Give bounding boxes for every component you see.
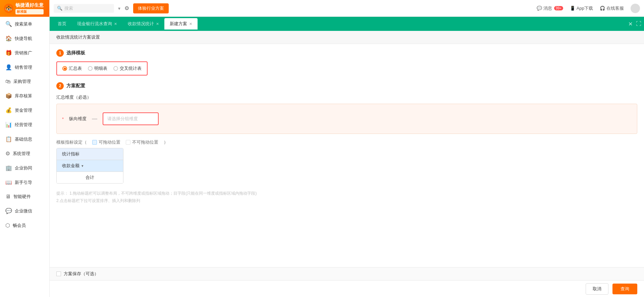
radio-summary-label: 汇总表 [69, 65, 82, 71]
metrics-label-close: ） [164, 139, 168, 145]
content-area: 收款情况统计方案设置 1 选择模板 汇总表 [50, 31, 644, 280]
arrow-icon: — [92, 116, 97, 122]
metrics-label: 模板指标设定（ [56, 139, 87, 145]
tab-close-icon[interactable]: ✕ [189, 22, 192, 26]
topbar-right: 💬 消息 99+ 📱 App下载 🎧 在线客服 [537, 4, 640, 13]
avatar[interactable] [631, 4, 640, 13]
sidebar-item-newbie[interactable]: 📖 新手引导 [0, 175, 49, 190]
tab-label: 首页 [58, 21, 66, 27]
sidebar-item-wechat[interactable]: 💬 企业微信 [0, 204, 49, 218]
sidebar-item-basics[interactable]: 📋 基础信息 [0, 132, 49, 146]
sidebar-item-marketing[interactable]: 🎁 营销推广 [0, 46, 49, 60]
radio-dot-detail [88, 66, 93, 71]
sidebar-item-hardware[interactable]: 🖥 智能硬件 [0, 190, 49, 204]
immovable-indicator [126, 140, 130, 145]
online-service-btn[interactable]: 🎧 在线客服 [600, 5, 624, 11]
notifications-badge: 99+ [554, 6, 563, 10]
immovable-label: 不可拖动位置 [132, 139, 158, 145]
section1-num: 1 [56, 49, 64, 57]
clipboard-icon: 📋 [5, 136, 12, 142]
sidebar-logo: 🐯 畅捷通好生意 标准版 [0, 0, 49, 17]
sidebar-item-inventory[interactable]: 📦 库存核算 [0, 89, 49, 103]
tab-receipt-stat[interactable]: 收款情况统计 ✕ [122, 18, 164, 30]
form-body: 1 选择模板 汇总表 明细表 [50, 44, 644, 267]
query-button[interactable]: 查询 [612, 284, 637, 294]
sidebar-item-quick-nav[interactable]: 🏠 快捷导航 [0, 31, 49, 46]
sidebar-item-purchase[interactable]: 🛍 采购管理 [0, 75, 49, 89]
page-header: 收款情况统计方案设置 [50, 31, 644, 44]
maximize-icon[interactable]: ⛶ [636, 21, 641, 27]
sidebar-item-label: 搜索菜单 [15, 21, 32, 27]
section2: 2 方案配置 汇总维度（必选） * 纵向维度 — [56, 82, 637, 204]
sidebar-item-system[interactable]: ⚙ 系统管理 [0, 146, 49, 161]
dimension-select[interactable]: 请选择分组维度 [103, 112, 159, 125]
sidebar-item-operations[interactable]: 📊 经营管理 [0, 117, 49, 132]
logo-sub: 标准版 [15, 9, 44, 14]
sidebar-item-label: 库存核算 [15, 93, 32, 99]
box-icon: 📦 [5, 93, 12, 99]
settings-icon[interactable]: ⚙ [124, 5, 129, 11]
notifications-btn[interactable]: 💬 消息 99+ [537, 5, 563, 11]
search-icon: 🔍 [57, 6, 62, 11]
bag-icon: 🛍 [5, 79, 11, 85]
gift-icon: 🎁 [5, 50, 12, 56]
gear-icon: ⚙ [5, 150, 10, 157]
headset-icon: 🎧 [600, 6, 605, 11]
hexagon-icon: ⬡ [5, 222, 10, 229]
sidebar-item-label: 营销推广 [15, 50, 32, 56]
hint-item-2: 2.点击标题栏下拉可设置排序、插入列和删除列 [56, 197, 637, 205]
metrics-header-cell[interactable]: 统计指标 [57, 148, 123, 160]
metrics-subheader-cell[interactable]: 收款金额 ▾ [57, 160, 123, 171]
tab-bank-flow[interactable]: 现金银行流水查询 ✕ [72, 18, 122, 30]
sidebar-item-sales[interactable]: 👤 销售管理 [0, 60, 49, 75]
dim-row: * 纵向维度 — 请选择分组维度 [62, 112, 159, 125]
tab-label: 现金银行流水查询 [77, 21, 112, 27]
save-section: 方案保存（可选） [50, 267, 644, 280]
close-window-icon[interactable]: ✕ [628, 21, 633, 27]
tab-close-icon[interactable]: ✕ [114, 22, 117, 26]
chevron-down-icon[interactable]: ▾ [118, 6, 120, 11]
radio-detail-label: 明细表 [94, 65, 107, 71]
movable-label: 可拖动位置 [99, 139, 120, 145]
tab-close-icon[interactable]: ✕ [156, 22, 159, 26]
tab-label: 新建方案 [170, 21, 187, 27]
app-download-btn[interactable]: 📱 App下载 [570, 5, 593, 11]
cancel-button[interactable]: 取消 [586, 283, 608, 295]
template-selection-box: 汇总表 明细表 交叉统计表 [56, 61, 148, 76]
radio-cross[interactable]: 交叉统计表 [113, 65, 142, 71]
sidebar-item-enterprise[interactable]: 🏢 企业协同 [0, 161, 49, 175]
save-checkbox[interactable] [56, 271, 61, 276]
radio-summary[interactable]: 汇总表 [62, 65, 82, 71]
section2-num: 2 [56, 82, 64, 90]
tab-new-plan[interactable]: 新建方案 ✕ [164, 18, 198, 30]
tab-home[interactable]: 首页 [52, 18, 72, 30]
sidebar-item-member[interactable]: ⬡ 畅会员 [0, 218, 49, 233]
sidebar-item-search-menu[interactable]: 🔍 搜索菜单 [0, 17, 49, 31]
dimension-placeholder: 请选择分组维度 [107, 116, 138, 121]
sidebar-item-label: 资金管理 [15, 107, 32, 113]
radio-detail[interactable]: 明细表 [88, 65, 107, 71]
sidebar-item-label: 快捷导航 [15, 36, 32, 42]
message-icon: 💬 [537, 6, 542, 11]
tabbar: 首页 现金银行流水查询 ✕ 收款情况统计 ✕ 新建方案 ✕ ✕ ⛶ [50, 17, 644, 31]
money-icon: 💰 [5, 107, 12, 113]
immovable-tag: 不可拖动位置 [126, 139, 158, 145]
chat-icon: 💬 [5, 208, 12, 214]
movable-indicator [92, 140, 97, 145]
template-radio-group: 汇总表 明细表 交叉统计表 [62, 65, 142, 71]
sidebar-item-label: 经营管理 [15, 122, 32, 128]
book-icon: 📖 [5, 179, 12, 186]
chart-icon: 📊 [5, 121, 12, 128]
dimension-title: 汇总维度（必选） [56, 94, 637, 100]
sidebar-item-capital[interactable]: 💰 资金管理 [0, 103, 49, 117]
sidebar-item-label: 畅会员 [13, 222, 26, 229]
section1: 1 选择模板 汇总表 明细表 [56, 49, 637, 82]
section2-title: 方案配置 [66, 83, 85, 89]
vertical-dim-label: 纵向维度 [69, 116, 87, 122]
chevron-down-icon: ▾ [82, 164, 84, 168]
topbar: 🔍 搜索 ▾ ⚙ 体验行业方案 💬 消息 99+ 📱 App下载 🎧 在线客服 [50, 0, 644, 17]
search-box[interactable]: 🔍 搜索 [54, 4, 114, 13]
download-label: App下载 [577, 5, 593, 11]
industry-btn[interactable]: 体验行业方案 [133, 3, 169, 13]
sidebar-item-label: 系统管理 [13, 151, 30, 157]
